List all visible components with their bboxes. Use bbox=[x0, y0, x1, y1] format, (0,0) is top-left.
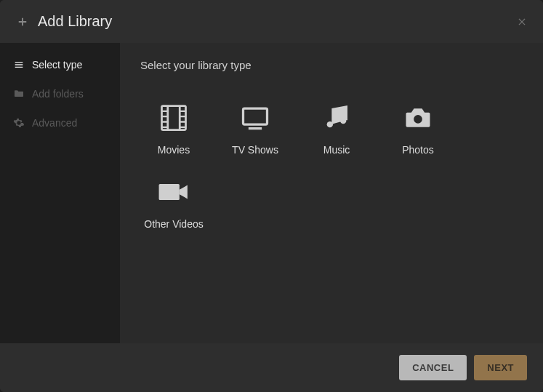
type-photos[interactable]: Photos bbox=[385, 99, 451, 159]
camera-icon bbox=[402, 102, 434, 134]
folder-icon bbox=[13, 88, 25, 100]
type-label: Movies bbox=[158, 144, 190, 156]
next-button[interactable]: NEXT bbox=[474, 355, 527, 380]
library-type-grid: Movies TV Shows bbox=[140, 99, 523, 233]
main-panel: Select your library type bbox=[120, 43, 543, 343]
type-label: Other Videos bbox=[144, 218, 203, 230]
close-icon[interactable] bbox=[517, 17, 527, 27]
sidebar-item-advanced[interactable]: Advanced bbox=[0, 108, 120, 137]
add-library-modal: Add Library Select type bbox=[0, 0, 543, 392]
tv-icon bbox=[239, 102, 271, 134]
modal-title: Add Library bbox=[38, 13, 112, 30]
modal-header: Add Library bbox=[0, 0, 543, 43]
gear-icon bbox=[13, 117, 25, 129]
plus-icon bbox=[16, 15, 29, 28]
modal-body: Select type Add folders Advanced bbox=[0, 43, 543, 343]
music-icon bbox=[322, 102, 351, 134]
type-music[interactable]: Music bbox=[303, 99, 370, 159]
list-icon bbox=[13, 59, 25, 71]
type-label: Photos bbox=[402, 144, 434, 156]
sidebar: Select type Add folders Advanced bbox=[0, 43, 120, 343]
svg-point-22 bbox=[414, 115, 422, 124]
svg-rect-18 bbox=[244, 108, 268, 124]
svg-rect-7 bbox=[162, 106, 186, 130]
sidebar-item-label: Select type bbox=[32, 59, 82, 71]
cancel-button[interactable]: CANCEL bbox=[399, 355, 467, 380]
type-movies[interactable]: Movies bbox=[140, 99, 207, 159]
main-prompt: Select your library type bbox=[140, 59, 523, 71]
type-label: Music bbox=[323, 144, 350, 156]
sidebar-item-label: Advanced bbox=[32, 117, 77, 129]
type-other-videos[interactable]: Other Videos bbox=[140, 173, 207, 233]
video-icon bbox=[158, 176, 190, 208]
sidebar-item-select-type[interactable]: Select type bbox=[0, 50, 120, 79]
sidebar-item-label: Add folders bbox=[32, 88, 84, 100]
svg-rect-23 bbox=[159, 184, 180, 200]
header-left: Add Library bbox=[16, 13, 112, 30]
sidebar-item-add-folders[interactable]: Add folders bbox=[0, 79, 120, 108]
type-tv-shows[interactable]: TV Shows bbox=[222, 99, 289, 159]
type-label: TV Shows bbox=[232, 144, 278, 156]
film-icon bbox=[158, 102, 190, 134]
modal-footer: CANCEL NEXT bbox=[0, 343, 543, 392]
